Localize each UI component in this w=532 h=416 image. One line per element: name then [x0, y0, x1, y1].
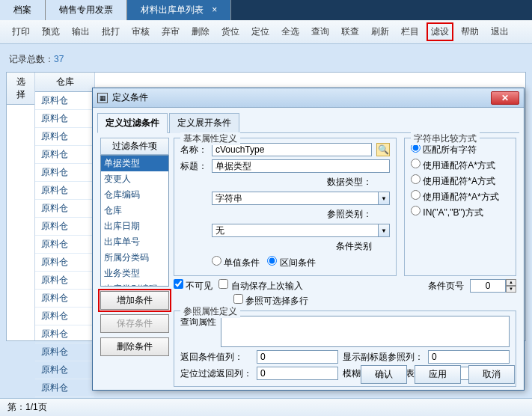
pageno-field[interactable] [470, 279, 506, 293]
retcol-label: 返回条件值列： [180, 351, 252, 364]
apply-button[interactable]: 应用 [415, 365, 461, 384]
compare-opt-4[interactable]: IN("A","B")方式 [411, 206, 510, 219]
locret-field[interactable] [257, 367, 338, 380]
help-button[interactable]: 帮助 [456, 22, 483, 41]
add-condition-button[interactable]: 增加条件 [100, 291, 169, 310]
delete-condition-button[interactable]: 删除条件 [100, 337, 169, 356]
table-row[interactable]: 原料仓 [35, 325, 94, 343]
link-query-button[interactable]: 联查 [337, 22, 364, 41]
record-count: 记录总数：37 [6, 50, 526, 72]
col-warehouse: 仓库 原料仓原料仓原料仓原料仓原料仓原料仓原料仓原料仓原料仓原料仓原料仓原料仓原… [35, 73, 95, 340]
page-value: 1/1页 [25, 401, 47, 414]
table-row[interactable]: 原料仓 [35, 128, 94, 146]
export-button[interactable]: 输出 [67, 22, 94, 41]
chevron-down-icon[interactable]: ▼ [379, 224, 390, 237]
filter-item[interactable]: 仓库 [101, 203, 168, 218]
tab-sales-invoice[interactable]: 销售专用发票 [46, 0, 127, 20]
close-icon[interactable]: × [212, 4, 217, 15]
filter-item[interactable]: 出库日期 [101, 218, 168, 234]
col-header-select[interactable]: 选择 [7, 73, 34, 105]
table-row[interactable]: 原料仓 [35, 379, 94, 397]
tab-expand-conditions[interactable]: 定义展开条件 [169, 113, 239, 133]
position-button[interactable]: 定位 [247, 22, 274, 41]
table-row[interactable]: 原料仓 [35, 110, 94, 128]
table-row[interactable]: 原料仓 [35, 236, 94, 254]
save-condition-button[interactable]: 保存条件 [100, 314, 169, 333]
page-label: 第： [7, 401, 25, 414]
table-row[interactable]: 原料仓 [35, 182, 94, 200]
filter-item[interactable]: 所属分类码 [101, 250, 168, 266]
audit-button[interactable]: 审核 [127, 22, 154, 41]
name-label: 名称： [180, 144, 207, 156]
define-conditions-dialog: ▦ 定义条件 ✕ 定义过滤条件 定义展开条件 过滤条件项 单据类型变更人仓库编码… [92, 88, 525, 391]
location-button[interactable]: 货位 [217, 22, 244, 41]
search-icon[interactable]: 🔍 [376, 143, 390, 156]
left-panel: 过滤条件项 单据类型变更人仓库编码仓库出库日期出库单号所属分类码业务类型出库类别… [100, 138, 169, 361]
title-field[interactable] [212, 159, 390, 173]
filter-item[interactable]: 出库单号 [101, 234, 168, 250]
multiline-checkbox[interactable]: 参照可选择多行 [233, 294, 308, 308]
tab-archive[interactable]: 档案 [0, 0, 46, 20]
table-row[interactable]: 原料仓 [35, 146, 94, 164]
string-compare-fieldset: 字符串比较方式 匹配所有字符 使用通配符A*方式 使用通配符*A方式 使用通配符… [404, 138, 516, 276]
batch-print-button[interactable]: 批打 [97, 22, 124, 41]
chevron-up-icon[interactable]: ▲ [506, 279, 516, 286]
autosave-checkbox[interactable]: 自动保存上次输入 [218, 279, 302, 293]
print-button[interactable]: 打印 [7, 22, 34, 41]
retcol-field[interactable] [257, 350, 338, 364]
compare-opt-1[interactable]: 使用通配符A*方式 [411, 159, 510, 172]
pageno-stepper[interactable]: ▲▼ [470, 279, 516, 293]
query-prop-field[interactable] [221, 316, 510, 347]
chevron-down-icon[interactable]: ▼ [379, 192, 390, 205]
table-row[interactable]: 原料仓 [35, 200, 94, 218]
dialog-titlebar[interactable]: ▦ 定义条件 ✕ [93, 88, 524, 108]
table-row[interactable]: 原料仓 [35, 290, 94, 308]
datatype-field[interactable] [212, 192, 379, 205]
col-header-warehouse[interactable]: 仓库 [35, 73, 94, 92]
filter-settings-button[interactable]: 滤设 [426, 22, 453, 41]
filter-item[interactable]: 单据类型 [101, 156, 168, 171]
table-row[interactable]: 原料仓 [35, 272, 94, 290]
table-row[interactable]: 原料仓 [35, 308, 94, 325]
delete-button[interactable]: 删除 [187, 22, 214, 41]
preview-button[interactable]: 预览 [37, 22, 64, 41]
ok-button[interactable]: 确认 [361, 365, 407, 384]
table-row[interactable]: 原料仓 [35, 218, 94, 236]
range-value-radio[interactable]: 区间条件 [267, 256, 315, 269]
subtitle-label: 显示副标题参照列： [343, 351, 424, 364]
filter-items-list[interactable]: 单据类型变更人仓库编码仓库出库日期出库单号所属分类码业务类型出库类别编码预测单号 [100, 155, 169, 287]
string-compare-legend: 字符串比较方式 [411, 132, 480, 145]
compare-opt-2[interactable]: 使用通配符*A方式 [411, 174, 510, 188]
exit-button[interactable]: 退出 [486, 22, 513, 41]
cancel-button[interactable]: 取消 [468, 365, 515, 384]
status-bar: 第： 1/1页 [0, 398, 532, 416]
pageno-label: 条件页号 [428, 280, 464, 293]
query-button[interactable]: 查询 [307, 22, 334, 41]
tab-material-out-list[interactable]: 材料出库单列表 × [127, 0, 231, 20]
filter-item[interactable]: 变更人 [101, 171, 168, 187]
unaudit-button[interactable]: 弃审 [157, 22, 184, 41]
refresh-button[interactable]: 刷新 [367, 22, 394, 41]
reftype-field[interactable] [212, 224, 379, 237]
chevron-down-icon[interactable]: ▼ [506, 286, 516, 293]
close-icon[interactable]: ✕ [491, 91, 519, 105]
subtitle-field[interactable] [428, 350, 510, 364]
select-all-button[interactable]: 全选 [277, 22, 304, 41]
filter-item[interactable]: 仓库编码 [101, 187, 168, 203]
invisible-checkbox[interactable]: 不可见 [174, 279, 213, 293]
table-row[interactable]: 原料仓 [35, 361, 94, 379]
compare-opt-3[interactable]: 使用通配符*A*方式 [411, 190, 510, 204]
single-value-radio[interactable]: 单值条件 [212, 256, 260, 269]
locret-label: 定位过滤返回列： [180, 367, 252, 380]
filter-item[interactable]: 出库类别编码 [101, 281, 168, 287]
filter-item[interactable]: 业务类型 [101, 266, 168, 281]
dialog-icon: ▦ [97, 93, 108, 103]
top-tabs: 档案 销售专用发票 材料出库单列表 × [0, 0, 532, 20]
tab-filter-conditions[interactable]: 定义过滤条件 [97, 113, 168, 133]
table-row[interactable]: 原料仓 [35, 92, 94, 110]
table-row[interactable]: 原料仓 [35, 254, 94, 272]
table-row[interactable]: 原料仓 [35, 343, 94, 361]
columns-button[interactable]: 栏目 [397, 22, 424, 41]
toolbar: 打印 预览 输出 批打 审核 弃审 删除 货位 定位 全选 查询 联查 刷新 栏… [0, 20, 532, 44]
table-row[interactable]: 原料仓 [35, 164, 94, 182]
